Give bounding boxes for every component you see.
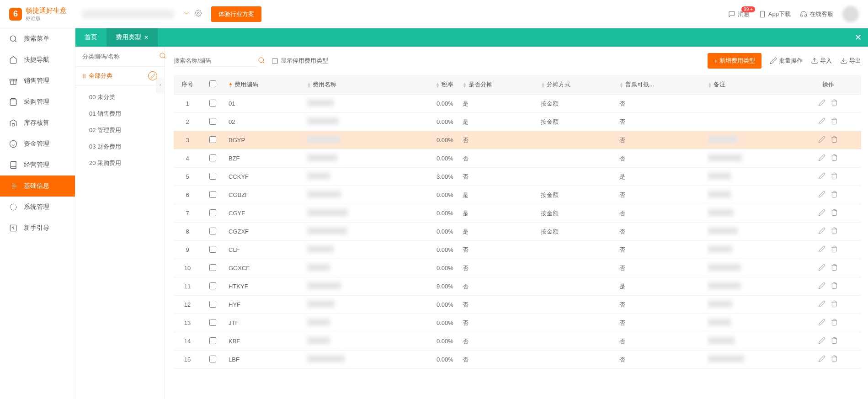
delete-icon[interactable] xyxy=(831,117,838,126)
export-link[interactable]: 导出 xyxy=(840,57,861,65)
table-row[interactable]: 10 GGXCF 0.00% 否 否 xyxy=(174,259,861,277)
delete-icon[interactable] xyxy=(831,337,838,346)
edit-icon[interactable] xyxy=(818,355,825,364)
edit-icon[interactable] xyxy=(818,282,825,291)
th-share[interactable]: ▲▼是否分摊 xyxy=(458,75,537,95)
row-checkbox[interactable] xyxy=(209,282,216,289)
edit-icon[interactable] xyxy=(818,300,825,309)
category-item-2[interactable]: 02 管理费用 xyxy=(75,122,164,138)
search-icon[interactable] xyxy=(258,57,265,65)
close-icon[interactable]: ✕ xyxy=(144,34,149,41)
search-input[interactable] xyxy=(174,55,258,67)
table-row[interactable]: 4 BZF 0.00% 否 否 xyxy=(174,149,861,168)
row-checkbox[interactable] xyxy=(209,319,216,326)
batch-op-link[interactable]: 批量操作 xyxy=(770,57,803,65)
tab-1[interactable]: 费用类型✕ xyxy=(107,28,158,47)
row-checkbox[interactable] xyxy=(209,301,216,308)
import-link[interactable]: 导入 xyxy=(811,57,832,65)
sidebar-item-9[interactable]: 新手引导 xyxy=(0,218,75,239)
sidebar-item-8[interactable]: 系统管理 xyxy=(0,197,75,218)
edit-icon[interactable] xyxy=(818,136,825,144)
th-seq[interactable]: 序号 xyxy=(174,75,201,95)
table-row[interactable]: 6 CGBZF 0.00% 是 按金额 否 xyxy=(174,186,861,204)
collapse-button[interactable] xyxy=(156,79,165,92)
delete-icon[interactable] xyxy=(831,282,838,291)
edit-icon[interactable] xyxy=(818,209,825,218)
edit-icon[interactable] xyxy=(818,337,825,346)
delete-icon[interactable] xyxy=(831,136,838,144)
delete-icon[interactable] xyxy=(831,319,838,327)
edit-icon[interactable] xyxy=(818,117,825,126)
edit-icon[interactable] xyxy=(818,319,825,327)
edit-icon[interactable] xyxy=(818,264,825,272)
show-disabled-checkbox[interactable]: 显示停用费用类型 xyxy=(272,57,328,65)
row-checkbox[interactable] xyxy=(209,191,216,198)
sidebar-item-7[interactable]: 基础信息 xyxy=(0,176,75,197)
table-row[interactable]: 13 JTF 0.00% 否 否 xyxy=(174,314,861,332)
table-row[interactable]: 5 CCKYF 3.00% 否 是 xyxy=(174,168,861,186)
sidebar-item-2[interactable]: 销售管理 xyxy=(0,70,75,91)
app-download-link[interactable]: App下载 xyxy=(759,10,791,18)
category-item-0[interactable]: 00 未分类 xyxy=(75,89,164,106)
table-row[interactable]: 1 01 0.00% 是 按金额 否 xyxy=(174,95,861,113)
add-button[interactable]: + 新增费用类型 xyxy=(708,53,761,69)
th-deduct[interactable]: ▲▼普票可抵... xyxy=(615,75,703,95)
show-disabled-input[interactable] xyxy=(272,58,278,64)
edit-icon[interactable] xyxy=(818,227,825,236)
row-checkbox[interactable] xyxy=(209,154,216,161)
table-row[interactable]: 7 CGYF 0.00% 是 按金额 否 xyxy=(174,204,861,223)
sidebar-item-0[interactable]: 搜索菜单 xyxy=(0,28,75,49)
message-link[interactable]: 消息 99 + xyxy=(728,10,750,18)
category-item-1[interactable]: 01 销售费用 xyxy=(75,106,164,122)
search-icon[interactable] xyxy=(159,52,166,61)
row-checkbox[interactable] xyxy=(209,173,216,180)
online-service-link[interactable]: 在线客服 xyxy=(800,10,833,18)
category-item-3[interactable]: 03 财务费用 xyxy=(75,138,164,155)
delete-icon[interactable] xyxy=(831,227,838,236)
gear-icon[interactable] xyxy=(195,10,202,18)
delete-icon[interactable] xyxy=(831,300,838,309)
table-row[interactable]: 9 CLF 0.00% 否 否 xyxy=(174,241,861,259)
th-remark[interactable]: ▲▼备注 xyxy=(703,75,795,95)
edit-icon[interactable] xyxy=(818,191,825,199)
th-name[interactable]: ▲▼费用名称 xyxy=(303,75,404,95)
th-checkbox[interactable] xyxy=(201,75,224,95)
row-checkbox[interactable] xyxy=(209,264,216,271)
delete-icon[interactable] xyxy=(831,245,838,254)
delete-icon[interactable] xyxy=(831,209,838,218)
row-checkbox[interactable] xyxy=(209,100,216,106)
delete-icon[interactable] xyxy=(831,355,838,364)
delete-icon[interactable] xyxy=(831,99,838,108)
row-checkbox[interactable] xyxy=(209,246,216,253)
th-code[interactable]: ▲▼费用编码 xyxy=(224,75,303,95)
edit-icon[interactable] xyxy=(818,154,825,163)
table-row[interactable]: 15 LBF 0.00% 否 否 xyxy=(174,351,861,369)
table-row[interactable]: 11 HTKYF 9.00% 否 是 xyxy=(174,277,861,296)
category-all[interactable]: ⁞⁞ 全部分类 xyxy=(75,66,164,85)
tab-0[interactable]: 首页 xyxy=(75,28,107,47)
edit-icon[interactable] xyxy=(818,99,825,108)
delete-icon[interactable] xyxy=(831,172,838,181)
table-row[interactable]: 8 CGZXF 0.00% 是 按金额 否 xyxy=(174,223,861,241)
delete-icon[interactable] xyxy=(831,154,838,163)
sidebar-item-3[interactable]: 采购管理 xyxy=(0,91,75,112)
table-row[interactable]: 2 02 0.00% 是 按金额 否 xyxy=(174,113,861,131)
sidebar-item-5[interactable]: 资金管理 xyxy=(0,133,75,154)
table-row[interactable]: 3 BGYP 0.00% 否 否 xyxy=(174,131,861,149)
row-checkbox[interactable] xyxy=(209,228,216,234)
row-checkbox[interactable] xyxy=(209,118,216,125)
delete-icon[interactable] xyxy=(831,191,838,199)
edit-icon[interactable] xyxy=(818,245,825,254)
th-tax[interactable]: ▲▼税率 xyxy=(404,75,458,95)
experience-button[interactable]: 体验行业方案 xyxy=(211,6,261,22)
company-selector[interactable] xyxy=(82,10,195,19)
row-checkbox[interactable] xyxy=(209,356,216,362)
tab-bar-close-icon[interactable]: ✕ xyxy=(848,32,868,43)
category-search-input[interactable] xyxy=(82,53,159,60)
row-checkbox[interactable] xyxy=(209,337,216,344)
delete-icon[interactable] xyxy=(831,264,838,272)
avatar[interactable] xyxy=(842,6,859,22)
th-method[interactable]: ▲▼分摊方式 xyxy=(536,75,615,95)
sidebar-item-1[interactable]: 快捷导航 xyxy=(0,49,75,70)
sidebar-item-6[interactable]: 经营管理 xyxy=(0,154,75,176)
